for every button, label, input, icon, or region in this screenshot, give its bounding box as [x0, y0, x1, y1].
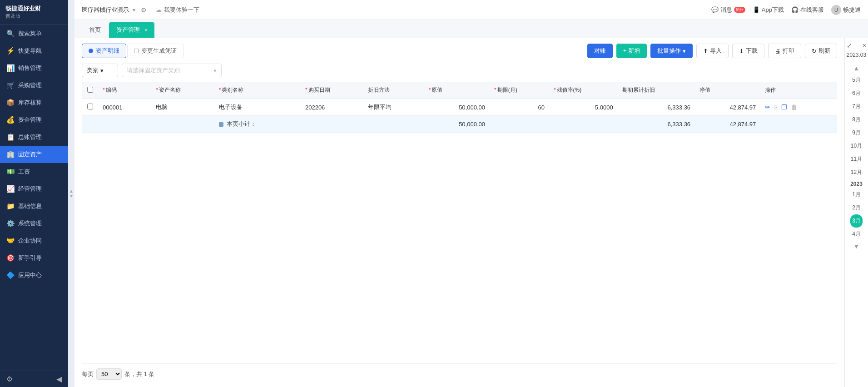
month-item[interactable]: 9月	[849, 126, 864, 139]
tab-home[interactable]: 首页	[82, 22, 108, 38]
month-item[interactable]: 10月	[849, 139, 864, 153]
print-button[interactable]: 🖨 打印	[768, 44, 801, 58]
panel-expand-icon[interactable]: ⤢	[847, 42, 852, 49]
batch-button[interactable]: 批量操作 ▾	[650, 44, 693, 58]
panel-down-icon[interactable]: ▼	[852, 241, 862, 252]
month-item[interactable]: 2月	[848, 201, 864, 214]
month-item[interactable]: 8月	[849, 113, 864, 126]
row-accumulated-depreciation: 6,333.36	[618, 99, 695, 116]
month-item[interactable]: 3月	[850, 214, 863, 228]
app-name: 畅捷通好业财	[5, 5, 63, 13]
row-checkbox[interactable]	[87, 104, 93, 109]
row-name: 电脑	[151, 99, 214, 116]
row-code: 000001	[98, 99, 151, 116]
duplicate-icon[interactable]: ❐	[781, 104, 787, 111]
app-logo: 畅捷通好业财 普及版	[0, 0, 68, 25]
sidebar-label: 总账管理	[18, 133, 42, 141]
batch-arrow-icon: ▾	[683, 48, 686, 55]
sidebar-label: 资金管理	[18, 116, 42, 124]
user-item[interactable]: U 畅捷通	[831, 5, 861, 15]
panel-up-icon[interactable]: ▲	[852, 63, 862, 74]
sidebar-item-系统管理[interactable]: ⚙️系统管理	[0, 215, 68, 232]
sidebar-item-企业协同[interactable]: 🤝企业协同	[0, 232, 68, 249]
tab-close-icon[interactable]: ×	[144, 27, 147, 33]
sidebar-item-资金管理[interactable]: 💰资金管理	[0, 111, 68, 129]
month-item[interactable]: 11月	[849, 153, 864, 166]
category-filter[interactable]: 类别 ▾	[82, 64, 118, 77]
download-item[interactable]: 📱 App下载	[753, 6, 784, 14]
sidebar-item-销售管理[interactable]: 📊销售管理	[0, 60, 68, 77]
sub-tab-asset-detail[interactable]: 资产明细	[82, 44, 126, 58]
row-net-value: 42,874.97	[695, 99, 760, 116]
sidebar-scroll: 🔍搜索菜单⚡快捷导航📊销售管理🛒采购管理📦库存核算💰资金管理📋总账管理🏢固定资产…	[0, 25, 68, 371]
batch-label: 批量操作	[657, 47, 681, 55]
refresh-button[interactable]: ↻ 刷新	[805, 44, 837, 58]
header-checkbox-col	[82, 82, 98, 99]
service-item[interactable]: 🎧 在线客服	[791, 6, 824, 14]
tab-assets-management[interactable]: 资产管理 ×	[109, 22, 154, 38]
import-icon: ⬆	[703, 48, 708, 55]
sidebar-item-基础信息[interactable]: 📁基础信息	[0, 198, 68, 215]
download-icon: 📱	[753, 6, 760, 13]
sidebar-item-工资[interactable]: 💵工资	[0, 163, 68, 180]
sidebar-toggle[interactable]: ▲▼	[68, 0, 74, 387]
sidebar-icon: 📈	[6, 185, 15, 193]
sidebar-item-总账管理[interactable]: 📋总账管理	[0, 129, 68, 146]
category-input[interactable]: 请选择固定资产类别 ▾	[122, 64, 222, 77]
sidebar-icon: 🏢	[6, 150, 15, 159]
subtotal-original-value: 50,000.00	[424, 116, 490, 133]
collapse-icon[interactable]: ◀	[56, 375, 62, 383]
sidebar-icon: 🔷	[6, 271, 15, 279]
reconcile-label: 对账	[594, 47, 606, 55]
new-button[interactable]: + 新增	[616, 44, 647, 58]
sub-tab-dot	[89, 49, 93, 53]
sidebar-item-采购管理[interactable]: 🛒采购管理	[0, 77, 68, 94]
header-name: *资产名称	[151, 82, 214, 99]
filter-row: 类别 ▾ 请选择固定资产类别 ▾	[82, 64, 837, 77]
month-item[interactable]: 1月	[848, 188, 864, 201]
reconcile-button[interactable]: 对账	[587, 44, 613, 58]
sidebar-item-搜索菜单[interactable]: 🔍搜索菜单	[0, 25, 68, 42]
month-item[interactable]: 12月	[849, 166, 864, 179]
settings-gear-icon[interactable]: ⚙	[141, 6, 147, 14]
month-item[interactable]: 7月	[849, 100, 864, 113]
header-original-value: *原值	[424, 82, 490, 99]
delete-icon[interactable]: 🗑	[791, 104, 797, 111]
sidebar-item-固定资产[interactable]: 🏢固定资产	[0, 146, 68, 163]
import-label: 导入	[710, 47, 722, 55]
sidebar-item-库存核算[interactable]: 📦库存核算	[0, 94, 68, 111]
sidebar-item-应用中心[interactable]: 🔷应用中心	[0, 267, 68, 284]
import-button[interactable]: ⬆ 导入	[696, 44, 729, 58]
month-item[interactable]: 4月	[848, 228, 864, 241]
category-placeholder: 请选择固定资产类别	[127, 66, 180, 74]
month-item[interactable]: 5月	[849, 74, 864, 87]
download-button[interactable]: ⬇ 下载	[732, 44, 764, 58]
sidebar-icon: 🛒	[6, 81, 15, 89]
sidebar-icon: 🤝	[6, 237, 15, 245]
sidebar-item-快捷导航[interactable]: ⚡快捷导航	[0, 42, 68, 60]
company-dropdown-icon[interactable]: ▾	[133, 7, 135, 13]
row-period: 60	[490, 99, 549, 116]
sidebar-icon: 💵	[6, 168, 15, 176]
message-item[interactable]: 💬 消息 99	[711, 6, 745, 14]
sidebar-icon: 💰	[6, 116, 15, 124]
experience-section: ☁ 我要体验一下	[156, 6, 199, 14]
select-all-checkbox[interactable]	[87, 87, 93, 93]
sub-tab-voucher[interactable]: 变更生成凭证	[127, 44, 184, 58]
sidebar-item-新手引导[interactable]: 🎯新手引导	[0, 249, 68, 267]
pagination: 每页 50 10 20 100 条，共 1 条	[82, 363, 837, 382]
month-item[interactable]: 6月	[849, 87, 864, 100]
sidebar-label: 经营管理	[18, 185, 42, 193]
sidebar-item-经营管理[interactable]: 📈经营管理	[0, 180, 68, 198]
experience-label[interactable]: 我要体验一下	[164, 6, 199, 14]
panel-close-icon[interactable]: ×	[863, 42, 866, 49]
cloud-icon: ☁	[156, 6, 162, 13]
download-arrow-icon: ⬇	[739, 48, 744, 55]
per-page-select[interactable]: 50 10 20 100	[96, 368, 122, 380]
edit-icon[interactable]: ✏	[765, 104, 770, 111]
copy-icon[interactable]: ⎘	[774, 104, 778, 111]
topbar: 医疗器械行业演示 ▾ ⚙ ☁ 我要体验一下 💬 消息 99 📱 App下载 🎧 …	[74, 0, 868, 20]
settings-icon[interactable]: ⚙	[6, 375, 13, 383]
service-label: 在线客服	[800, 6, 824, 14]
header-net-value: 净值	[695, 82, 760, 99]
